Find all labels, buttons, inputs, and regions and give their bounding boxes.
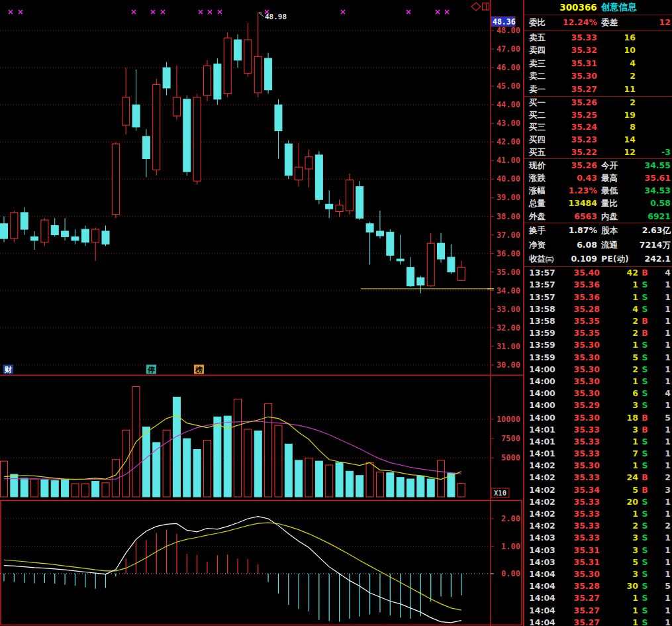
chart-area[interactable]: 48.98财停榜48.0047.0046.0045.0044.0043.0042… xyxy=(0,0,523,626)
fin-row-label2: PE(动) xyxy=(597,255,626,264)
tick-time: 14:01 xyxy=(524,450,557,458)
tick-row[interactable]: 14:0435.303S1 xyxy=(524,568,672,580)
tick-row[interactable]: 14:0235.345B3 xyxy=(524,484,672,496)
tick-row[interactable]: 14:0235.331S1 xyxy=(524,508,672,520)
tick-price: 35.33 xyxy=(557,510,600,519)
tick-list[interactable]: 13:5735.4042B413:5735.361S113:5735.361S1… xyxy=(524,267,672,626)
tick-row[interactable]: 14:0235.332S2 xyxy=(524,520,672,532)
weibi-label: 委比 xyxy=(524,19,556,27)
tick-time: 14:04 xyxy=(524,570,557,579)
bid-row-label: 买五 xyxy=(524,148,556,157)
tick-price: 35.33 xyxy=(557,522,600,531)
svg-text:1.00: 1.00 xyxy=(501,542,520,551)
bid-row[interactable]: 买一35.262 xyxy=(524,97,672,109)
tick-row[interactable]: 13:5935.352B1 xyxy=(524,327,672,339)
tick-row[interactable]: 14:0435.271S1 xyxy=(524,617,672,626)
tick-volume: 6 xyxy=(600,390,638,398)
fin-row-value2: 2.63亿 xyxy=(626,227,672,235)
fin-row-label1: 收益㈢ xyxy=(524,255,556,264)
tick-price: 35.27 xyxy=(557,594,600,603)
tick-row[interactable]: 14:0035.3018B5 xyxy=(524,412,672,424)
tick-time: 14:01 xyxy=(524,426,557,435)
fin-row-label2: 股本 xyxy=(597,227,626,235)
tick-price: 35.30 xyxy=(557,570,600,579)
tick-side: B xyxy=(638,486,651,495)
tick-row[interactable]: 14:0235.3320S1 xyxy=(524,496,672,508)
tick-row[interactable]: 14:0135.333B1 xyxy=(524,424,672,436)
svg-text:2.00: 2.00 xyxy=(501,514,520,523)
bid-row[interactable]: 买五35.2212-3 xyxy=(524,146,672,159)
tick-time: 14:03 xyxy=(524,534,557,543)
tick-row[interactable]: 14:0435.271S1 xyxy=(524,605,672,617)
tick-time: 14:04 xyxy=(524,607,557,615)
ask-row[interactable]: 卖四35.3210 xyxy=(524,44,672,58)
tick-row[interactable]: 14:0435.2830S5 xyxy=(524,580,672,592)
quote-row: 涨跌0.43最高35.61 xyxy=(524,172,672,185)
tick-row[interactable]: 14:0335.315S1 xyxy=(524,556,672,568)
svg-text:44.00: 44.00 xyxy=(497,100,520,109)
tick-volume: 3 xyxy=(600,570,638,579)
tick-price: 35.33 xyxy=(557,426,600,435)
tick-row[interactable]: 14:0035.293S1 xyxy=(524,399,672,411)
bid-row[interactable]: 买二35.2519 xyxy=(524,109,672,122)
bid-levels: 买一35.262买二35.2519买三35.248买四35.2314买五35.2… xyxy=(524,97,672,158)
bid-row-qty: 19 xyxy=(597,111,636,120)
kline-panel xyxy=(0,13,491,365)
tick-row[interactable]: 14:0235.3324B2 xyxy=(524,472,672,484)
quote-row-label2: 内盘 xyxy=(597,213,626,221)
tick-row[interactable]: 13:5735.4042B4 xyxy=(524,267,672,279)
tick-time: 14:01 xyxy=(524,438,557,446)
tick-row[interactable]: 14:0435.271S1 xyxy=(524,592,672,604)
tick-row[interactable]: 13:5935.305S1 xyxy=(524,352,672,364)
tick-count: 2 xyxy=(651,522,672,531)
svg-text:0.00: 0.00 xyxy=(501,569,520,578)
tick-row[interactable]: 14:0135.331S1 xyxy=(524,436,672,448)
svg-text:37.00: 37.00 xyxy=(497,231,520,240)
quote-row-value1: 35.26 xyxy=(556,162,597,170)
tick-row[interactable]: 13:5735.361S1 xyxy=(524,280,672,291)
price-axis: 48.0047.0046.0045.0044.0043.0042.0041.00… xyxy=(487,0,520,626)
bid-row[interactable]: 买三35.248 xyxy=(524,121,672,134)
quote-row: 涨幅1.23%最低34.53 xyxy=(524,185,672,197)
tick-price: 35.35 xyxy=(557,329,600,338)
tick-row[interactable]: 13:5735.361S1 xyxy=(524,291,672,303)
tick-side: S xyxy=(638,366,651,374)
ask-row-qty: 11 xyxy=(597,85,636,94)
ask-row-price: 35.31 xyxy=(556,60,597,68)
tick-price: 35.30 xyxy=(557,462,600,470)
ask-row-label: 卖四 xyxy=(524,46,556,55)
tick-row[interactable]: 14:0035.306S4 xyxy=(524,388,672,399)
tick-count: 1 xyxy=(651,594,672,603)
diamond-icon[interactable] xyxy=(471,3,481,11)
tick-row[interactable]: 13:5835.284S1 xyxy=(524,303,672,315)
ask-row[interactable]: 卖三35.314 xyxy=(524,57,672,70)
tick-side: S xyxy=(638,619,651,626)
window-icon[interactable] xyxy=(483,3,489,11)
tick-volume: 1 xyxy=(600,378,638,386)
trading-terminal: 48.98财停榜48.0047.0046.0045.0044.0043.0042… xyxy=(0,0,672,626)
tick-row[interactable]: 14:0335.313S1 xyxy=(524,545,672,556)
bid-row-label: 买四 xyxy=(524,136,556,144)
svg-text:36.00: 36.00 xyxy=(497,249,520,258)
svg-text:48.00: 48.00 xyxy=(497,26,520,35)
tick-row[interactable]: 14:0135.337S1 xyxy=(524,448,672,460)
ask-row[interactable]: 卖一35.2711 xyxy=(524,83,672,96)
ask-row[interactable]: 卖五35.3316 xyxy=(524,31,672,44)
tick-price: 35.33 xyxy=(557,438,600,446)
tick-row[interactable]: 14:0035.301S1 xyxy=(524,376,672,388)
quote-row: 外盘6563内盘6921 xyxy=(524,210,672,223)
tick-row[interactable]: 14:0035.302S1 xyxy=(524,364,672,376)
tick-time: 13:58 xyxy=(524,305,557,314)
svg-text:7500: 7500 xyxy=(501,434,520,443)
tick-row[interactable]: 13:5835.352B1 xyxy=(524,315,672,327)
ask-row[interactable]: 卖二35.302 xyxy=(524,70,672,83)
svg-text:10000: 10000 xyxy=(497,415,520,424)
tick-row[interactable]: 13:5935.301S1 xyxy=(524,340,672,352)
tick-row[interactable]: 14:0235.301S1 xyxy=(524,460,672,472)
tick-count: 1 xyxy=(651,378,672,386)
tick-side: S xyxy=(638,594,651,603)
svg-text:48.98: 48.98 xyxy=(265,13,287,21)
bid-row[interactable]: 买四35.2314 xyxy=(524,134,672,146)
tick-row[interactable]: 14:0335.333S1 xyxy=(524,533,672,545)
ask-row-qty: 2 xyxy=(597,72,636,81)
